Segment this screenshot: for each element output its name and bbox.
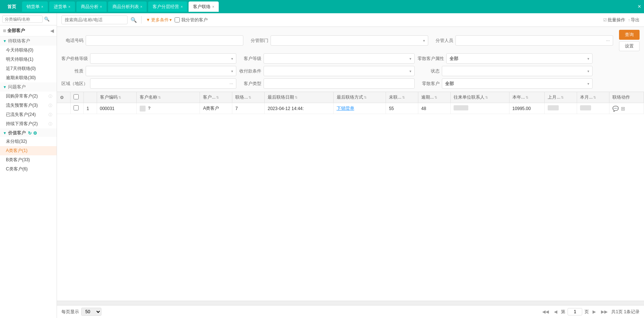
sidebar-item-a-class[interactable]: A类客户(1)	[0, 146, 57, 155]
filter-retail-attr-input[interactable]: 全部▾	[446, 53, 593, 64]
col-contact-person[interactable]: 往来单位联系人 ⇅	[450, 92, 509, 103]
nav-tab-analysis-list[interactable]: 商品分析列表 ×	[108, 1, 147, 12]
col-last-month-sort[interactable]: ⇅	[561, 96, 564, 99]
sidebar-section-problems[interactable]: ▼ 问题客户	[0, 82, 57, 92]
col-overdue-sort[interactable]: ⇅	[434, 96, 437, 99]
filter-nature-input[interactable]: ▾	[86, 66, 236, 76]
col-contact-count[interactable]: 联络... ⇅	[232, 92, 265, 103]
col-name[interactable]: 客户名称 ⇅	[136, 92, 200, 103]
sidebar-item-tomorrow[interactable]: 明天待联络(1)	[0, 55, 57, 64]
sidebar-collapse-icon[interactable]: ◀	[50, 28, 54, 33]
sidebar: 🔍 ⊞ 全部客户 ◀ ▼ 待联络客户 今天待联络(0) 明天待联络(1) 近7天…	[0, 13, 57, 318]
row-level: A类客户	[203, 106, 219, 111]
nav-tab-customer-contact[interactable]: 客户联络 ×	[189, 1, 219, 12]
col-this-year[interactable]: 本年... ⇅	[509, 92, 545, 103]
sidebar-section-pending[interactable]: ▼ 待联络客户	[0, 36, 57, 46]
col-this-year-sort[interactable]: ⇅	[526, 96, 529, 99]
sidebar-value-settings[interactable]: ⚙	[33, 131, 37, 136]
sidebar-item-overdue[interactable]: 逾期未联络(30)	[0, 73, 57, 82]
col-code-sort[interactable]: ⇅	[118, 96, 121, 99]
col-last-contact-method[interactable]: 最后联络方式 ⇅	[333, 92, 386, 103]
select-all-checkbox[interactable]	[74, 94, 79, 99]
query-button[interactable]: 查询	[619, 30, 640, 40]
nav-tab-customer-contact-close[interactable]: ×	[212, 5, 214, 9]
col-code[interactable]: 客户编码 ⇅	[97, 92, 136, 103]
col-contact-count-sort[interactable]: ⇅	[248, 96, 251, 99]
sidebar-search-icon[interactable]: 🔍	[44, 17, 50, 22]
sidebar-item-abnormal-info[interactable]: ⓘ	[49, 94, 52, 99]
sidebar-item-abnormal[interactable]: 回购异常客户(2) ⓘ	[0, 92, 57, 101]
col-overdue[interactable]: 逾期... ⇅	[418, 92, 451, 103]
sidebar-item-lost[interactable]: 已流失客户(24) ⓘ	[0, 110, 57, 119]
nav-tab-sales-close[interactable]: ×	[41, 5, 43, 9]
col-level[interactable]: 客户... ⇅	[200, 92, 232, 103]
export-button[interactable]: ↑ 导出	[628, 17, 640, 23]
filter-search-input[interactable]	[61, 15, 128, 24]
settings-button[interactable]: 设置	[619, 41, 640, 51]
filter-customer-level-input[interactable]: ▾	[264, 53, 414, 64]
nav-tab-customer-mgmt[interactable]: 客户分层经营 ×	[148, 1, 187, 12]
nav-tab-sales[interactable]: 销货单 ×	[22, 1, 48, 12]
next-page-button[interactable]: ▶	[591, 308, 597, 315]
filter-manager-input[interactable]: ···	[455, 35, 613, 46]
per-page-select[interactable]: 50 100 200	[81, 308, 101, 316]
sidebar-all-customers[interactable]: ⊞ 全部客户 ◀	[0, 25, 57, 36]
col-name-sort[interactable]: ⇅	[158, 96, 161, 99]
prev-page-button[interactable]: ◀	[552, 308, 559, 315]
sidebar-item-today[interactable]: 今天待联络(0)	[0, 46, 57, 55]
sidebar-item-at-risk[interactable]: 流失预警客户(3) ⓘ	[0, 101, 57, 110]
first-page-button[interactable]: ◀◀	[541, 308, 550, 315]
sidebar-item-declining-info[interactable]: ⓘ	[49, 121, 52, 127]
table-settings-icon[interactable]: ⚙	[60, 95, 64, 100]
my-customers-checkbox[interactable]	[175, 17, 180, 22]
sidebar-search-input[interactable]	[2, 15, 43, 23]
horizontal-scrollbar[interactable]	[57, 301, 644, 305]
page-label: 第	[561, 309, 565, 315]
nav-tab-purchase[interactable]: 进货单 ×	[49, 1, 75, 12]
col-contact-person-sort[interactable]: ⇅	[485, 96, 488, 99]
sidebar-item-lost-info[interactable]: ⓘ	[49, 112, 52, 117]
page-number-input[interactable]	[568, 308, 582, 315]
nav-tab-home[interactable]: 首页	[3, 1, 21, 12]
col-last-contact-method-sort[interactable]: ⇅	[364, 96, 367, 99]
filter-search-button[interactable]: 🔍	[130, 17, 137, 23]
sidebar-item-c-class[interactable]: C类客户(6)	[0, 165, 57, 174]
nav-tab-analysis-close[interactable]: ×	[100, 5, 102, 9]
col-uncontacted-sort[interactable]: ⇅	[402, 96, 405, 99]
sidebar-item-at-risk-info[interactable]: ⓘ	[49, 103, 52, 108]
close-all-tabs-button[interactable]: ×	[638, 3, 641, 10]
col-last-contact-date-sort[interactable]: ⇅	[295, 96, 298, 99]
col-this-month-sort[interactable]: ⇅	[593, 96, 596, 99]
col-uncontacted[interactable]: 未联... ⇅	[386, 92, 418, 103]
filter-retail-customer-input[interactable]: 全部▾	[442, 78, 593, 89]
nav-tab-customer-mgmt-close[interactable]: ×	[180, 5, 183, 9]
filter-region-input[interactable]: ···	[90, 78, 236, 89]
sidebar-item-declining[interactable]: 持续下滑客户(2) ⓘ	[0, 119, 57, 128]
batch-operation-button[interactable]: ☑ 批量操作	[603, 17, 625, 23]
filter-price-level-input[interactable]: ▾	[90, 53, 236, 64]
col-last-month[interactable]: 上月... ⇅	[545, 92, 577, 103]
filter-phone-input[interactable]	[86, 35, 243, 46]
row-checkbox[interactable]	[74, 105, 79, 110]
last-page-button[interactable]: ▶▶	[600, 308, 609, 315]
col-this-month[interactable]: 本月... ⇅	[577, 92, 609, 103]
col-level-sort[interactable]: ⇅	[216, 96, 219, 99]
sidebar-item-b-class[interactable]: B类客户(33)	[0, 155, 57, 165]
row-qr-icon[interactable]: ⊞	[621, 106, 625, 112]
nav-tab-analysis[interactable]: 商品分析 ×	[76, 1, 107, 12]
nav-tab-analysis-list-close[interactable]: ×	[140, 5, 143, 9]
sidebar-value-refresh[interactable]: ↻	[28, 131, 32, 136]
sidebar-item-ungrouped[interactable]: 未分组(32)	[0, 137, 57, 146]
filter-dept-input[interactable]: ▾	[271, 35, 428, 46]
filter-more-button[interactable]: ▼ 更多条件 ▾	[146, 17, 172, 23]
filter-customer-type-input[interactable]	[264, 78, 414, 89]
filter-payment-input[interactable]: ▾	[264, 66, 414, 76]
row-last-contact-method[interactable]: 下销货单	[337, 106, 354, 111]
sidebar-item-7days[interactable]: 近7天待联络(0)	[0, 64, 57, 73]
row-chat-icon[interactable]: 💬	[612, 106, 619, 112]
row-overdue: 48	[421, 106, 426, 111]
filter-status-input[interactable]: ▾	[442, 66, 593, 76]
sidebar-section-value[interactable]: ▼ 价值客户 ↻ ⚙	[0, 128, 57, 137]
nav-tab-purchase-close[interactable]: ×	[68, 5, 71, 9]
col-last-contact-date[interactable]: 最后联络日期 ⇅	[265, 92, 333, 103]
